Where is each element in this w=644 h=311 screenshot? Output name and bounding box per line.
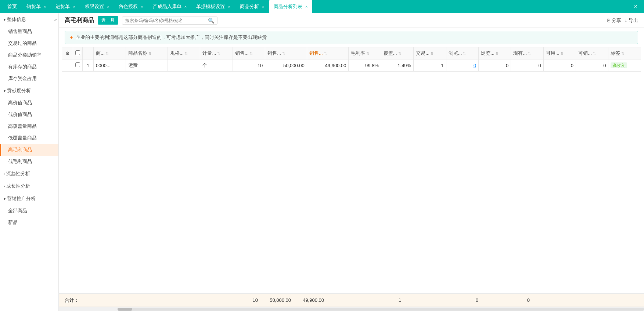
nav-product-warehouse[interactable]: 产成品入库单 × [148,0,191,13]
td-index: 1 [83,59,94,72]
window-close-button[interactable]: × [630,3,641,10]
td-coverage: 1.49% [381,59,413,72]
close-sales-order[interactable]: × [44,4,46,9]
footer-sales-qty: 10 [235,297,261,303]
nav-home[interactable]: 首页 [3,0,21,13]
search-icon[interactable]: 🔍 [208,18,214,23]
info-icon: ✦ [69,35,73,40]
bottom-scrollbar-thumb[interactable] [118,308,132,311]
th-current-stock[interactable]: 现有...⇅ [511,47,543,59]
arrow-caifuzhi: ▾ [4,89,6,93]
td-code: 0000... [94,59,126,72]
footer-sales-cost: 49,900.00 [294,297,327,303]
th-sales-amount[interactable]: 销售...⇅ [265,47,307,59]
th-name[interactable]: 商品名称⇅ [126,47,168,59]
select-all-checkbox[interactable] [75,50,80,55]
settings-icon[interactable]: ⚙ [65,51,70,56]
td-tag: 高收入 [608,59,641,72]
nav-permission[interactable]: 权限设置 × [80,0,114,13]
header-actions: ⎘ 分享 ↓ 导出 [607,17,638,24]
close-product-analysis[interactable]: × [262,4,264,9]
sidebar-group-caifuzhi[interactable]: ▾ 贡献度分析 [0,84,58,97]
sidebar-item-dijia[interactable]: 低价值商品 [0,109,58,120]
close-product-analysis-list[interactable]: × [305,4,307,9]
page-title: 高毛利商品 [65,17,94,24]
td-transaction: 1 [414,59,446,72]
sidebar-collapse-button[interactable]: « [54,17,57,23]
sidebar-group-zhengti[interactable]: ▾ 整体信息 [0,13,58,26]
th-settings[interactable]: ⚙ [62,47,73,59]
close-product-warehouse[interactable]: × [184,4,187,9]
share-icon: ⎘ [607,18,610,23]
sidebar-item-gaopin[interactable]: 高覆盖量商品 [0,120,58,132]
main-layout: « ▾ 整体信息 销售量商品 交易过的商品 商品分类助销率 有库存的商品 库存资… [0,13,644,311]
nav-product-analysis-list[interactable]: 商品分析列表 × [269,0,312,13]
arrow-liudong: › [4,172,5,176]
th-gross-margin[interactable]: 毛利率⇅ [349,47,381,59]
th-transaction[interactable]: 交易...⇅ [414,47,446,59]
arrow-chengzhang: › [4,184,5,188]
nav-product-analysis[interactable]: 商品分析 × [235,0,269,13]
export-icon: ↓ [625,18,627,23]
th-sales-qty[interactable]: 销售...⇅ [233,47,265,59]
product-table: ⚙ 商...⇅ 商品名称⇅ 规格...⇅ [62,47,641,72]
td-current-stock: 0 [511,59,543,72]
close-permission[interactable]: × [107,4,109,9]
th-sellable[interactable]: 可销...⇅ [576,47,608,59]
sidebar-item-zijin[interactable]: 库存资金占用 [0,73,58,84]
table-wrapper: ⚙ 商...⇅ 商品名称⇅ 规格...⇅ [59,47,644,293]
sidebar-group-yingxiao[interactable]: ▾ 营销推广分析 [0,192,58,205]
footer-sellable: 0 [507,297,533,303]
share-button[interactable]: ⎘ 分享 [607,17,621,24]
bottom-scrollbar-track [118,308,644,311]
search-input[interactable] [125,18,206,23]
th-spec[interactable]: 规格...⇅ [168,47,200,59]
close-role-auth[interactable]: × [141,4,143,9]
footer-label: 合计： [65,297,94,304]
search-box: 🔍 [122,17,217,25]
th-browse1[interactable]: 浏览...⇅ [446,47,478,59]
footer-transaction: 1 [378,297,404,303]
sidebar-item-quanbu[interactable]: 全部商品 [0,205,58,217]
td-name: 运费 [126,59,168,72]
table-row: 1 0000... 运费 个 10 50,000.00 49,900.00 99… [62,59,641,72]
nav-purchase-order[interactable]: 进货单 × [51,0,79,13]
th-sales-cost[interactable]: 销售...⇅ [307,47,349,59]
th-coverage[interactable]: 覆盖...⇅ [381,47,413,59]
sidebar-item-fenchou[interactable]: 商品分类助销率 [0,49,58,61]
nav-sales-order[interactable]: 销货单 × [22,0,50,13]
info-banner: ✦ 企业的主要的利润都是这部分商品创造的，可考虑加大推广，同时关注库存是不要出现… [65,31,638,44]
td-sales-amount: 50,000.00 [265,59,307,72]
sidebar-item-gaomao[interactable]: 高毛利商品 [0,144,58,156]
bottom-scrollbar[interactable] [59,307,644,311]
td-settings [62,59,73,72]
sidebar-item-xinpin[interactable]: 新品 [0,217,58,228]
sidebar-item-kucun[interactable]: 有库存的商品 [0,61,58,73]
time-filter-button[interactable]: 近一月 [98,16,118,25]
close-purchase-order[interactable]: × [73,4,75,9]
th-available[interactable]: 可用...⇅ [543,47,576,59]
td-browse1[interactable]: 0 [446,59,478,72]
td-spec [168,59,200,72]
th-tag[interactable]: 标签⇅ [608,47,641,59]
close-template-settings[interactable]: × [228,4,230,9]
th-checkbox[interactable] [73,47,83,59]
export-button[interactable]: ↓ 导出 [625,17,638,24]
sidebar-item-xiaoshouliang[interactable]: 销售量商品 [0,26,58,37]
tag-badge: 高收入 [611,62,627,68]
sidebar-group-liudong[interactable]: › 流趋性分析 [0,167,58,180]
sidebar-group-chengzhang[interactable]: › 成长性分析 [0,180,58,192]
top-nav: 首页 销货单 × 进货单 × 权限设置 × 角色授权 × 产成品入库单 × 单据… [0,0,644,13]
table-footer: 合计： 10 50,000.00 49,900.00 1 0 0 [59,293,644,307]
sidebar-item-dipin[interactable]: 低覆盖量商品 [0,132,58,144]
td-gross-margin: 99.8% [349,59,381,72]
sidebar-item-jiaoyi[interactable]: 交易过的商品 [0,37,58,49]
th-browse2[interactable]: 浏览...⇅ [478,47,511,59]
sidebar-item-dimao[interactable]: 低毛利商品 [0,156,58,167]
nav-role-auth[interactable]: 角色授权 × [114,0,147,13]
td-checkbox[interactable] [73,59,83,72]
th-unit[interactable]: 计量...⇅ [200,47,233,59]
nav-template-settings[interactable]: 单据模板设置 × [192,0,234,13]
th-code[interactable]: 商...⇅ [94,47,126,59]
sidebar-item-gaojia[interactable]: 高价值商品 [0,97,58,109]
